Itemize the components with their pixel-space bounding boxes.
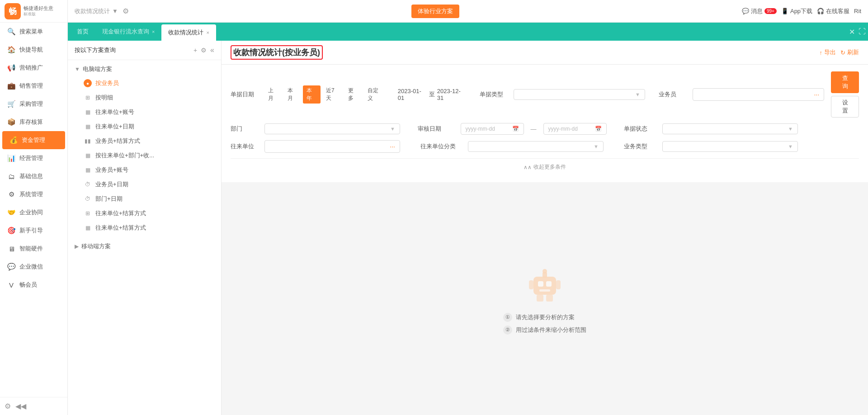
salesperson-more-icon[interactable]: ··· [814, 91, 819, 98]
svg-rect-7 [556, 280, 561, 289]
doc-status-dropdown[interactable]: ▼ [662, 123, 798, 134]
tab-home[interactable]: 首页 [70, 23, 95, 41]
scheme-item[interactable]: ⏱部门+日期 [68, 192, 221, 206]
counterpart-cat-label: 往来单位分类 [420, 142, 461, 151]
tab-close-bank[interactable]: × [152, 29, 155, 34]
nav-label: 智能硬件 [19, 245, 43, 253]
nav-label: 系统管理 [19, 190, 43, 198]
sidebar-item-基础信息[interactable]: 🗂基础信息 [0, 167, 67, 185]
date-tab-custom[interactable]: 自定义 [364, 85, 387, 104]
scheme-icon: ▦ [84, 166, 92, 174]
sidebar-item-搜索菜单[interactable]: 🔍搜索菜单 [0, 23, 67, 41]
nav-icon: 📦 [7, 118, 16, 127]
scheme-item[interactable]: ▦往来单位+账号 [68, 105, 221, 119]
scheme-item[interactable]: ▦按往来单位+部门+收... [68, 148, 221, 163]
panel-header: 按以下方案查询 + ⚙ « [68, 41, 221, 60]
sidebar-item-企业协同[interactable]: 🤝企业协同 [0, 203, 67, 222]
scheme-icon: ▦ [84, 151, 92, 160]
collapse-bar[interactable]: ∧∧ 收起更多条件 [231, 158, 859, 175]
category-dropdown[interactable]: ▼ [514, 89, 645, 100]
collapse-sidebar-icon[interactable]: ◀◀ [15, 402, 26, 410]
date-tab-more[interactable]: 更多 [344, 85, 362, 104]
right-panel: 收款情况统计(按业务员) ↑ 导出 ↻ 刷新 [222, 41, 868, 415]
scheme-label: 按业务员 [95, 79, 119, 87]
biz-type-dropdown[interactable]: ▼ [662, 141, 798, 152]
tabs-bar: 首页 现金银行流水查询 × 收款情况统计 × ✕ ⛶ [68, 23, 868, 41]
sidebar-item-资金管理[interactable]: 💰资金管理 [2, 131, 65, 149]
scheme-item[interactable]: ⊞往来单位+结算方式 [68, 206, 221, 221]
scheme-item[interactable]: ▮▮业务员+结算方式 [68, 134, 221, 148]
maximize-icon[interactable]: ⛶ [859, 28, 866, 36]
date-tab-this-month[interactable]: 本月 [284, 85, 302, 104]
scheme-label: 往来单位+结算方式 [95, 224, 146, 232]
filter-row-counterpart: 往来单位 ··· 往来单位分类 ▼ 业务类型 [231, 140, 859, 153]
sidebar-item-系统管理[interactable]: ⚙系统管理 [0, 185, 67, 203]
nav-icon: 🏠 [7, 45, 16, 54]
scheme-item[interactable]: ▦业务员+账号 [68, 163, 221, 177]
nav-label: 快捷导航 [19, 46, 43, 54]
topbar-gear-icon[interactable]: ⚙ [123, 7, 129, 15]
nav-label: 搜索菜单 [19, 28, 43, 36]
scheme-settings-button[interactable]: ⚙ [201, 47, 207, 54]
online-service-button[interactable]: 🎧 在线客服 [817, 7, 849, 15]
settings-filter-button[interactable]: 设置 [831, 96, 859, 118]
sidebar-item-营销推广[interactable]: 📢营销推广 [0, 59, 67, 77]
nav-icon: V [7, 280, 16, 289]
user-label: Rit [854, 8, 861, 14]
refresh-button[interactable]: ↻ 刷新 [840, 48, 859, 57]
counterpart-more-icon[interactable]: ··· [390, 143, 395, 150]
scheme-icon: ▦ [84, 224, 92, 232]
sidebar-item-畅会员[interactable]: V畅会员 [0, 276, 67, 294]
app-download-button[interactable]: 📱 App下载 [781, 7, 812, 15]
tab-collection-stats[interactable]: 收款情况统计 × [161, 24, 216, 41]
tab-close-collection[interactable]: × [206, 30, 209, 35]
scheme-item[interactable]: ⊞按明细 [68, 90, 221, 105]
sidebar-item-销售管理[interactable]: 💼销售管理 [0, 77, 67, 95]
nav-label: 资金管理 [22, 136, 45, 144]
date-tab-last-month[interactable]: 上月 [264, 85, 282, 104]
sidebar-item-智能硬件[interactable]: 🖥智能硬件 [0, 240, 67, 258]
dept-dropdown[interactable]: ▼ [264, 123, 400, 134]
add-scheme-button[interactable]: + [193, 47, 197, 54]
date-filter-label: 单据日期 [231, 90, 258, 99]
counterpart-cat-dropdown[interactable]: ▼ [468, 141, 604, 152]
mobile-group-header[interactable]: ▶ 移动端方案 [68, 240, 221, 253]
scheme-icon: ▦ [84, 108, 92, 116]
settings-bottom-icon[interactable]: ⚙ [5, 402, 11, 410]
scheme-item[interactable]: ●按业务员 [68, 76, 221, 90]
sidebar-item-经营管理[interactable]: 📊经营管理 [0, 149, 67, 167]
left-panel: 按以下方案查询 + ⚙ « ▼ 电脑端方案 ●按业务员⊞按明细▦往来单位+账号▦… [68, 41, 222, 415]
sidebar-item-快捷导航[interactable]: 🏠快捷导航 [0, 41, 67, 59]
sidebar-bottom: ⚙ ◀◀ [0, 397, 67, 415]
collapse-label: 收起更多条件 [533, 163, 566, 171]
date-tab-this-year[interactable]: 本年 [303, 85, 321, 104]
sidebar-item-新手引导[interactable]: 🎯新手引导 [0, 222, 67, 240]
salesperson-dropdown[interactable]: ··· [693, 88, 824, 101]
tab-bank-flow[interactable]: 现金银行流水查询 × [95, 23, 161, 41]
audit-date-to[interactable]: yyyy-mm-dd 📅 [543, 123, 607, 135]
scheme-item[interactable]: ▦往来单位+结算方式 [68, 221, 221, 235]
counterpart-input[interactable]: ··· [264, 140, 400, 153]
collapse-panel-button[interactable]: « [210, 46, 214, 54]
sidebar-item-库存核算[interactable]: 📦库存核算 [0, 113, 67, 131]
svg-rect-0 [533, 277, 556, 295]
industry-solution-button[interactable]: 体验行业方案 [411, 5, 459, 18]
user-avatar[interactable]: Rit [854, 8, 861, 14]
category-chevron-icon: ▼ [635, 92, 640, 97]
audit-date-from[interactable]: yyyy-mm-dd 📅 [461, 123, 524, 135]
scheme-item[interactable]: ▦往来单位+日期 [68, 119, 221, 134]
date-from: 2023-01-01 [398, 88, 427, 101]
sidebar-item-采购管理[interactable]: 🛒采购管理 [0, 95, 67, 113]
query-button[interactable]: 查询 [831, 71, 859, 93]
export-button[interactable]: ↑ 导出 [820, 48, 836, 57]
nav-icon: 🖥 [7, 244, 16, 253]
logo-text: 畅捷通好生意 [24, 5, 53, 11]
filter-row-dept: 部门 ▼ 审核日期 yyyy-mm-dd 📅 — [231, 123, 859, 135]
sidebar-item-企业微信[interactable]: 💬企业微信 [0, 258, 67, 276]
messages-button[interactable]: 💬 消息 99+ [742, 7, 777, 15]
close-window-icon[interactable]: ✕ [849, 28, 855, 36]
scheme-icon: ⊞ [84, 94, 92, 102]
date-tab-7days[interactable]: 近7天 [322, 85, 343, 104]
scheme-item[interactable]: ⏱业务员+日期 [68, 177, 221, 192]
desktop-group-header[interactable]: ▼ 电脑端方案 [68, 62, 221, 76]
